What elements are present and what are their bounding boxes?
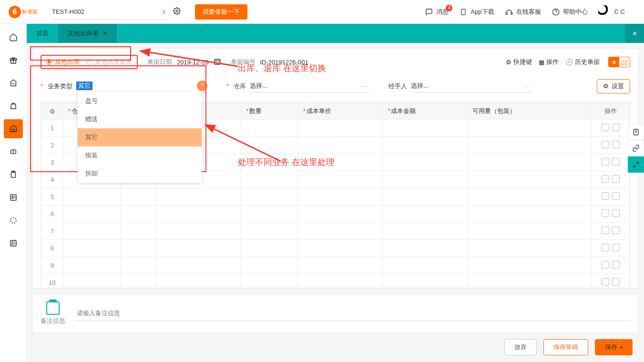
add-icon[interactable]: [612, 227, 620, 234]
table-row[interactable]: 8: [41, 240, 630, 257]
svg-rect-3: [506, 12, 507, 14]
delete-icon[interactable]: [602, 227, 609, 234]
delete-icon[interactable]: [602, 175, 609, 183]
handler-field[interactable]: 经手人 选择... ···: [388, 80, 532, 93]
customer-service-link[interactable]: 在线客服: [505, 8, 541, 16]
messages-link[interactable]: 消息 4: [425, 8, 449, 16]
row-ops: [592, 257, 630, 274]
messages-badge: 4: [446, 5, 452, 11]
top-bar: 6 标准版 TEST-H002 ∨ 我要体验一下 消息 4 App下载 在线客服…: [0, 0, 644, 24]
gear-icon[interactable]: [173, 7, 181, 16]
add-icon[interactable]: [612, 244, 620, 251]
dropdown-option[interactable]: 组装: [78, 146, 202, 165]
user-name: C C: [614, 8, 625, 15]
nav-loading-icon[interactable]: [4, 211, 23, 230]
add-icon[interactable]: [612, 261, 620, 269]
doc-date-field[interactable]: 单据日期 2019-12-26: [147, 58, 221, 67]
radio-outbound[interactable]: 其他出库: [46, 58, 80, 66]
delete-icon[interactable]: [602, 192, 609, 200]
view-list-icon[interactable]: ≡: [609, 57, 619, 67]
add-icon[interactable]: [612, 141, 620, 148]
delete-icon[interactable]: [602, 158, 609, 165]
nav-clipboard-icon[interactable]: [4, 165, 23, 184]
table-row[interactable]: 9: [41, 257, 630, 274]
history-link[interactable]: 🕘历史单据: [565, 58, 600, 66]
radio-dot-icon: [86, 59, 92, 65]
radio-outbound-label: 其他出库: [55, 58, 80, 66]
phone-icon: [459, 8, 468, 16]
tab-home[interactable]: 首页: [27, 24, 58, 43]
tab-current[interactable]: 其他出库单 ✕: [58, 24, 117, 43]
close-icon[interactable]: ✕: [102, 30, 107, 37]
nav-cloud-icon[interactable]: [4, 73, 23, 93]
delete-icon[interactable]: [602, 124, 609, 131]
nav-contact-icon[interactable]: [4, 188, 23, 207]
add-icon[interactable]: [612, 158, 620, 165]
add-icon[interactable]: [612, 192, 620, 200]
try-button[interactable]: 我要体验一下: [195, 4, 247, 20]
org-selector[interactable]: TEST-H002 ∨: [52, 4, 166, 20]
row-index: 6: [41, 206, 63, 223]
chevron-down-icon: ▾: [620, 345, 623, 350]
delete-icon[interactable]: [602, 209, 609, 217]
grid-icon: ▦: [539, 59, 544, 66]
dropdown-option[interactable]: 其它: [78, 128, 202, 146]
more-icon[interactable]: ···: [523, 83, 532, 90]
delete-icon[interactable]: [602, 278, 609, 286]
add-icon[interactable]: [612, 124, 620, 131]
table-row[interactable]: 10: [41, 274, 630, 289]
radio-outbound-return[interactable]: 其他出库退库: [86, 58, 132, 66]
add-icon[interactable]: [612, 175, 620, 183]
dropdown-option[interactable]: 拆卸: [78, 165, 202, 183]
nav-money-icon[interactable]: [4, 142, 23, 161]
doc-date-label: 单据日期: [147, 58, 172, 66]
business-type-field[interactable]: * 业务类型 其它 ˄ 盘亏 赠送 其它 组装 拆卸: [41, 79, 207, 93]
svg-text:新: 新: [11, 240, 16, 246]
view-grid-icon[interactable]: ▯▯: [619, 57, 630, 67]
float-note-icon[interactable]: [628, 124, 644, 140]
close-all-tabs-icon[interactable]: ✕: [625, 24, 644, 43]
dropdown-option[interactable]: 盘亏: [78, 92, 202, 110]
nav-gift-icon[interactable]: [4, 51, 23, 70]
remark-input[interactable]: [75, 306, 630, 321]
add-icon[interactable]: [612, 278, 620, 286]
doc-no-field: 单据编号 ID-20191226-001: [231, 58, 308, 66]
operations-link[interactable]: ▦操作: [539, 58, 559, 66]
row-index: 10: [41, 274, 63, 289]
delete-icon[interactable]: [602, 244, 609, 251]
settings-button-label: 设置: [612, 82, 624, 91]
warehouse-field[interactable]: * 仓库 选择... ···: [226, 80, 369, 93]
save-draft-button[interactable]: 保存草稿: [543, 339, 588, 355]
svg-point-0: [176, 10, 178, 12]
more-icon[interactable]: ···: [361, 83, 369, 90]
add-icon[interactable]: [612, 209, 620, 217]
col-cost-price: *成本单价: [298, 103, 383, 120]
question-icon: [552, 8, 560, 16]
app-download-link[interactable]: App下载: [459, 8, 494, 16]
save-button[interactable]: 保存 ▾: [595, 339, 633, 355]
help-link[interactable]: 帮助中心: [552, 8, 588, 16]
nav-warehouse-icon[interactable]: [4, 119, 23, 138]
nav-bag-icon[interactable]: [4, 96, 23, 115]
delete-icon[interactable]: [602, 261, 609, 269]
hotkeys-link[interactable]: ⚙快捷键: [506, 58, 532, 66]
table-row[interactable]: 5: [41, 188, 630, 206]
nav-home-icon[interactable]: [4, 28, 23, 47]
delete-icon[interactable]: [602, 141, 609, 148]
row-ops: [592, 223, 630, 240]
nav-new-icon[interactable]: 新: [4, 234, 23, 253]
user-menu[interactable]: C C: [598, 5, 625, 19]
float-expand-icon[interactable]: [628, 156, 644, 173]
dropdown-option[interactable]: 赠送: [78, 110, 202, 128]
settings-button[interactable]: ⚙ 设置: [597, 79, 630, 93]
table-row[interactable]: 7: [41, 223, 630, 240]
footer-actions: 放弃 保存草稿 保存 ▾: [32, 332, 638, 362]
row-ops: [592, 137, 630, 154]
discard-button[interactable]: 放弃: [504, 339, 537, 355]
calendar-icon[interactable]: [214, 58, 221, 67]
table-row[interactable]: 6: [41, 206, 630, 223]
table-settings-header[interactable]: ⚙: [41, 103, 63, 120]
save-button-label: 保存: [605, 343, 617, 352]
float-link-icon[interactable]: [628, 140, 644, 156]
chevron-up-icon[interactable]: ˄: [197, 81, 207, 91]
